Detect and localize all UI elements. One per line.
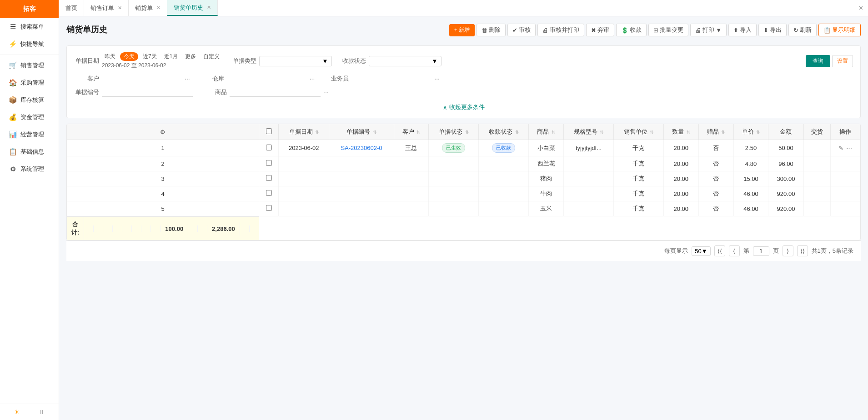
col-collect-status[interactable]: 收款状态 ⇅: [479, 124, 529, 140]
row-select-checkbox[interactable]: [266, 160, 272, 166]
export-button[interactable]: ⬇ 导出: [758, 24, 787, 36]
import-button[interactable]: ⬆ 导入: [728, 24, 757, 36]
select-all-checkbox[interactable]: [266, 128, 272, 134]
next-page-button[interactable]: ⟩: [783, 245, 793, 256]
row-action[interactable]: ✎⋯: [831, 140, 860, 156]
page-input[interactable]: [753, 246, 769, 256]
doc-type-select[interactable]: ▼: [259, 56, 332, 66]
row-select-checkbox[interactable]: [266, 190, 272, 196]
date-tab-1month[interactable]: 近1月: [161, 52, 181, 61]
doc-no-input[interactable]: [102, 88, 193, 97]
tab-sales-order[interactable]: 销售订单 ✕: [84, 0, 129, 16]
date-tab-yesterday[interactable]: 昨天: [102, 52, 118, 61]
row-checkbox[interactable]: [259, 186, 279, 201]
row-no[interactable]: [329, 171, 394, 186]
row-action[interactable]: [831, 171, 860, 186]
row-collect-status: [479, 156, 529, 171]
row-no[interactable]: [329, 186, 394, 201]
staff-input[interactable]: [351, 74, 431, 83]
collect-button[interactable]: 💲 收款: [616, 24, 647, 36]
goods-dots-btn[interactable]: ···: [323, 89, 329, 96]
sidebar-bottom-pause-icon[interactable]: ⏸: [39, 409, 45, 415]
row-trade: [803, 201, 831, 216]
row-no[interactable]: [329, 156, 394, 171]
sidebar-item-operation[interactable]: 📊 经营管理: [0, 126, 59, 143]
refresh-button[interactable]: ↻ 刷新: [788, 24, 817, 36]
collapse-btn[interactable]: ∧ 收起更多条件: [74, 101, 853, 111]
sidebar-item-purchase[interactable]: 🏠 采购管理: [0, 74, 59, 91]
row-checkbox[interactable]: [259, 140, 279, 156]
col-no[interactable]: 单据编号 ⇅: [329, 124, 394, 140]
row-select-checkbox[interactable]: [266, 145, 272, 150]
staff-dots-btn[interactable]: ···: [434, 75, 440, 82]
abandon-button[interactable]: ✖ 弃审: [586, 24, 614, 36]
date-tab-custom[interactable]: 自定义: [201, 52, 222, 61]
sidebar-item-search[interactable]: ☰ 搜索菜单: [0, 18, 59, 35]
first-page-button[interactable]: ⟨⟨: [714, 245, 725, 256]
row-action[interactable]: [831, 186, 860, 201]
col-goods[interactable]: 商品 ⇅: [529, 124, 564, 140]
prev-page-button[interactable]: ⟨: [729, 245, 740, 256]
row-checkbox[interactable]: [259, 171, 279, 186]
sidebar-item-quick[interactable]: ⚡ 快捷导航: [0, 35, 59, 53]
sidebar-item-sales[interactable]: 🛒 销售管理: [0, 57, 59, 74]
col-customer[interactable]: 客户 ⇅: [394, 124, 429, 140]
more-icon[interactable]: ⋯: [846, 145, 852, 151]
warehouse-dots-btn[interactable]: ···: [310, 75, 315, 82]
collect-status-select[interactable]: ▼: [369, 56, 442, 66]
show-detail-button[interactable]: 📋 显示明细: [818, 24, 861, 36]
batch-change-button[interactable]: ⊞ 批量变更: [648, 24, 688, 36]
row-action[interactable]: [831, 201, 860, 216]
table-checkbox-header[interactable]: [259, 124, 279, 140]
col-qty[interactable]: 数量 ⇅: [663, 124, 698, 140]
row-select-checkbox[interactable]: [266, 175, 272, 181]
sidebar-bottom-sun-icon[interactable]: ☀: [14, 409, 20, 415]
new-button[interactable]: + 新增: [449, 24, 475, 36]
goods-input[interactable]: [230, 88, 321, 97]
table-gear-header[interactable]: ⚙: [67, 124, 259, 140]
sidebar-item-system[interactable]: ⚙ 系统管理: [0, 160, 59, 178]
date-tab-7days[interactable]: 近7天: [140, 52, 160, 61]
tab-sales-history[interactable]: 销货单历史 ✕: [167, 0, 218, 16]
print-button[interactable]: 🖨 打印 ▼: [690, 24, 727, 36]
col-price[interactable]: 单价 ⇅: [733, 124, 768, 140]
customer-dots-btn[interactable]: ···: [185, 75, 190, 82]
warehouse-input[interactable]: [227, 74, 307, 83]
setting-button[interactable]: 设置: [832, 55, 853, 67]
review-button[interactable]: ✔ 审核: [507, 24, 536, 36]
col-gift[interactable]: 赠品 ⇅: [698, 124, 733, 140]
sidebar: 拓客 ☰ 搜索菜单 ⚡ 快捷导航 🛒 销售管理 🏠 采购管理 📦 库存核算 💰 …: [0, 0, 59, 420]
row-select-checkbox[interactable]: [266, 205, 272, 211]
date-tab-more[interactable]: 更多: [182, 52, 199, 61]
doc-no-link[interactable]: SA-20230602-0: [341, 145, 382, 151]
tab-sales-goods[interactable]: 销货单 ✕: [129, 0, 167, 16]
last-page-button[interactable]: ⟩⟩: [797, 245, 808, 256]
col-date[interactable]: 单据日期 ⇅: [279, 124, 329, 140]
col-status[interactable]: 单据状态 ⇅: [429, 124, 479, 140]
tab-sales-order-close[interactable]: ✕: [118, 5, 122, 11]
delete-button[interactable]: 🗑 删除: [477, 24, 506, 36]
row-checkbox[interactable]: [259, 201, 279, 216]
sidebar-item-basic[interactable]: 📋 基础信息: [0, 143, 59, 160]
review-print-button[interactable]: 🖨 审核并打印: [537, 24, 584, 36]
tab-sales-goods-close[interactable]: ✕: [156, 5, 161, 11]
col-spec[interactable]: 规格型号 ⇅: [564, 124, 614, 140]
row-no[interactable]: [329, 201, 394, 216]
review-print-icon: 🖨: [542, 27, 548, 34]
sidebar-item-inventory[interactable]: 📦 库存核算: [0, 91, 59, 109]
customer-input[interactable]: [102, 74, 182, 83]
per-page-select[interactable]: 50 ▼: [692, 246, 710, 256]
status-badge: 已收款: [492, 143, 515, 153]
date-tab-today[interactable]: 今天: [120, 52, 138, 61]
row-action[interactable]: [831, 156, 860, 171]
row-no[interactable]: SA-20230602-0: [329, 140, 394, 156]
tab-sales-history-close[interactable]: ✕: [207, 5, 211, 10]
filter-section: 单据日期 昨天 今天 近7天 近1月 更多 自定义 2023-06-02 至 2…: [66, 45, 861, 118]
row-checkbox[interactable]: [259, 156, 279, 171]
col-unit[interactable]: 销售单位 ⇅: [613, 124, 663, 140]
edit-icon[interactable]: ✎: [838, 145, 843, 151]
query-button[interactable]: 查询: [806, 55, 830, 67]
tab-bar-close-all[interactable]: ✕: [858, 5, 868, 11]
tab-home[interactable]: 首页: [59, 0, 84, 16]
sidebar-item-finance[interactable]: 💰 资金管理: [0, 109, 59, 126]
